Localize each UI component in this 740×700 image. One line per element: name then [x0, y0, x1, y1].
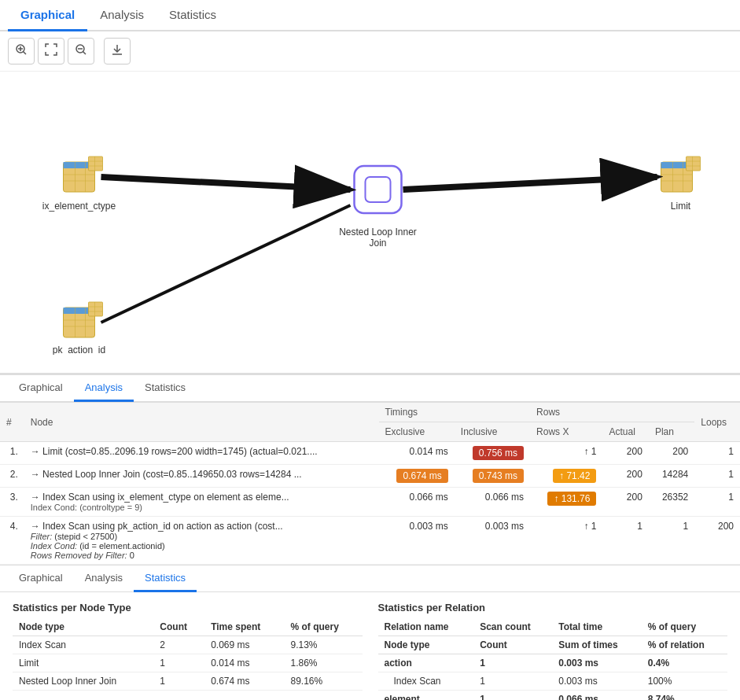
row1-num: 1.: [0, 442, 24, 465]
table-row: 4. → Index Scan using pk_action_id on ac…: [0, 517, 740, 565]
fit-button[interactable]: [38, 38, 64, 64]
svg-line-44: [403, 177, 657, 190]
row2-rows-x: ↑ 71.42: [530, 465, 602, 488]
svg-rect-29: [355, 166, 402, 213]
analysis-panel: Graphical Analysis Statistics # Node Tim…: [0, 374, 740, 565]
col-num: #: [0, 403, 24, 442]
zoom-out-button[interactable]: [68, 38, 94, 64]
col-rows-x: Rows X: [530, 422, 602, 442]
stats-grid: Statistics per Node Type Node type Count…: [13, 602, 727, 700]
stats-row: Nested Loop Inner Join 1 0.674 ms 89.16%: [13, 672, 363, 691]
download-icon: [111, 43, 123, 59]
col-exclusive: Exclusive: [379, 422, 455, 442]
tab-analysis-analysis[interactable]: Analysis: [74, 375, 134, 402]
stat-time-1: 0.069 ms: [204, 636, 284, 654]
node-nested-loop[interactable]: Nested Loop Inner Join: [339, 166, 417, 249]
row2-loops: 1: [694, 465, 740, 488]
analysis-tab-bar: Graphical Analysis Statistics: [0, 375, 740, 402]
tab-statistics-stats[interactable]: Statistics: [134, 566, 197, 592]
fit-icon: [45, 43, 57, 59]
tab-graphical-stats[interactable]: Graphical: [8, 566, 74, 592]
table-row: 2. → Nested Loop Inner Join (cost=0.85..…: [0, 465, 740, 488]
top-tab-bar: Graphical Analysis Statistics: [0, 0, 740, 31]
stat-count-2: 1: [153, 654, 204, 672]
rel-total-2: 0.003 ms: [552, 672, 641, 691]
row2-node: → Nested Loop Inner Join (cost=0.85..149…: [24, 465, 379, 488]
table-row: 1. → Limit (cost=0.85..2096.19 rows=200 …: [0, 442, 740, 465]
rel-col-total: Total time: [552, 618, 641, 636]
tab-analysis-top[interactable]: Analysis: [87, 0, 156, 31]
stats-relation-section: Statistics per Relation Relation name Sc…: [378, 602, 728, 700]
row4-actual: 1: [602, 517, 648, 565]
rel-sub-col-node: Node type: [378, 636, 474, 654]
svg-rect-25: [89, 302, 103, 316]
row3-plan: 26352: [649, 488, 694, 517]
row3-inclusive: 0.066 ms: [455, 488, 530, 517]
row3-num: 3.: [0, 488, 24, 517]
tab-analysis-stats[interactable]: Analysis: [74, 566, 134, 592]
row2-inclusive-badge: 0.743 ms: [473, 469, 524, 483]
rel-pct-1: 0.4%: [642, 654, 727, 672]
node-limit-label: Limit: [671, 201, 691, 212]
row2-exclusive: 0.674 ms: [379, 465, 455, 488]
rel-col-pct: % of query: [642, 618, 727, 636]
row2-rowsx-badge: ↑ 71.42: [553, 469, 596, 483]
node-pk-action-id[interactable]: pk_action_id: [53, 302, 105, 355]
node-pk-label: pk_action_id: [53, 344, 105, 355]
node-nested-label-1: Nested Loop Inner: [339, 227, 417, 238]
row4-plan: 1: [649, 517, 694, 565]
zoom-in-icon: [15, 43, 28, 59]
statistics-panel: Graphical Analysis Statistics Statistics…: [0, 565, 740, 700]
stat-time-3: 0.674 ms: [204, 672, 284, 691]
analysis-table: # Node Timings Rows Loops Exclusive Incl…: [0, 402, 740, 565]
table-row: 3. → Index Scan using ix_element_ctype o…: [0, 488, 740, 517]
diagram-svg: ix_element_ctype pk_action_id Nested Loo…: [16, 87, 724, 355]
tab-statistics-analysis[interactable]: Statistics: [134, 375, 197, 402]
stats-relation-row-bold-2: element 1 0.066 ms 8.74%: [378, 691, 728, 701]
row1-exclusive: 0.014 ms: [379, 442, 455, 465]
tab-graphical-top[interactable]: Graphical: [8, 0, 87, 31]
rel-pct-2: 100%: [642, 672, 727, 691]
row2-plan: 14284: [649, 465, 694, 488]
stats-node-type-title: Statistics per Node Type: [13, 602, 363, 613]
stats-row: Limit 1 0.014 ms 1.86%: [13, 654, 363, 672]
svg-rect-30: [366, 177, 391, 202]
tab-statistics-top[interactable]: Statistics: [156, 0, 229, 31]
rel-name-3: element: [378, 691, 474, 701]
row3-node: → Index Scan using ix_element_ctype on e…: [24, 488, 379, 517]
node-limit[interactable]: Limit: [661, 157, 701, 212]
svg-line-5: [83, 52, 87, 55]
stats-relation-title: Statistics per Relation: [378, 602, 728, 613]
node-ix-label: ix_element_ctype: [42, 201, 116, 212]
rel-pct-3: 8.74%: [642, 691, 727, 701]
stat-node-type-2: Limit: [13, 654, 153, 672]
row4-exclusive: 0.003 ms: [379, 517, 455, 565]
tab-graphical-analysis[interactable]: Graphical: [8, 375, 74, 402]
rel-sub-col-pct: % of relation: [642, 636, 727, 654]
row2-inclusive: 0.743 ms: [455, 465, 530, 488]
stats-tab-bar: Graphical Analysis Statistics: [0, 566, 740, 592]
zoom-out-icon: [75, 43, 87, 59]
row4-rows-x: ↑ 1: [530, 517, 602, 565]
rel-scan-1: 1: [473, 654, 552, 672]
download-button[interactable]: [104, 38, 131, 64]
stat-pct-1: 9.13%: [284, 636, 362, 654]
row2-actual: 200: [602, 465, 648, 488]
svg-line-1: [24, 52, 27, 55]
svg-line-42: [101, 177, 351, 190]
stats-relation-row-indent-1: Index Scan 1 0.003 ms 100%: [378, 672, 728, 691]
col-timings-group: Timings: [379, 403, 531, 422]
zoom-in-button[interactable]: [8, 38, 35, 64]
stat-node-type-3: Nested Loop Inner Join: [13, 672, 153, 691]
stat-time-2: 0.014 ms: [204, 654, 284, 672]
stats-relation-table: Relation name Scan count Total time % of…: [378, 618, 728, 700]
node-ix-element-ctype[interactable]: ix_element_ctype: [42, 157, 116, 212]
rel-col-name: Relation name: [378, 618, 474, 636]
row1-inclusive-badge: 0.756 ms: [473, 446, 524, 460]
rel-sub-col-sum: Sum of times: [552, 636, 641, 654]
stat-count-3: 1: [153, 672, 204, 691]
row2-num: 2.: [0, 465, 24, 488]
row4-num: 4.: [0, 517, 24, 565]
stat-pct-2: 1.86%: [284, 654, 362, 672]
row1-loops: 1: [694, 442, 740, 465]
